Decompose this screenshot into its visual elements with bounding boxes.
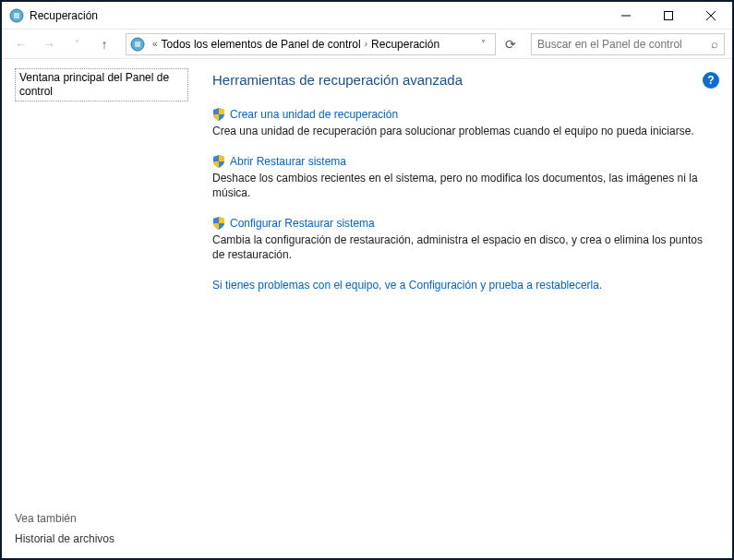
close-button[interactable] (690, 2, 732, 29)
toolbar: ← → ˅ ↑ « Todos los elementos de Panel d… (2, 30, 732, 59)
task-link-label: Crear una unidad de recuperación (230, 108, 398, 121)
svg-rect-1 (14, 13, 19, 18)
task-link-label: Abrir Restaurar sistema (230, 155, 346, 168)
refresh-button[interactable]: ⟳ (499, 33, 522, 55)
back-button[interactable]: ← (9, 32, 33, 56)
main-panel: ? Herramientas de recuperación avanzada … (196, 59, 732, 558)
sidebar-main-link[interactable]: Ventana principal del Panel de control (15, 68, 188, 101)
shield-icon (212, 108, 225, 121)
window-controls (605, 2, 732, 29)
search-icon[interactable]: ⌕ (711, 37, 718, 51)
forward-button[interactable]: → (37, 32, 61, 56)
task-configure-system-restore: Configurar Restaurar sistema Cambia la c… (212, 217, 710, 262)
task-create-recovery-drive: Crear una unidad de recuperación Crea un… (212, 108, 710, 138)
minimize-button[interactable] (605, 2, 647, 29)
address-bar[interactable]: « Todos los elementos de Panel de contro… (126, 33, 496, 55)
task-link-create-recovery-drive[interactable]: Crear una unidad de recuperación (212, 108, 398, 121)
titlebar: Recuperación (2, 2, 732, 30)
maximize-button[interactable] (647, 2, 690, 29)
task-desc: Crea una unidad de recuperación para sol… (212, 124, 710, 138)
help-button[interactable]: ? (703, 72, 719, 89)
svg-rect-3 (665, 11, 673, 19)
content-area: Ventana principal del Panel de control V… (2, 59, 732, 558)
chevron-left-icon[interactable]: « (149, 39, 162, 49)
up-button[interactable]: ↑ (92, 32, 116, 56)
see-also-label: Vea también (15, 512, 188, 525)
window-title: Recuperación (30, 9, 605, 22)
see-also-file-history[interactable]: Historial de archivos (15, 532, 188, 545)
control-panel-icon (130, 37, 145, 52)
shield-icon (212, 217, 225, 230)
breadcrumb-root[interactable]: Todos los elementos de Panel de control (162, 38, 361, 51)
address-dropdown-icon[interactable]: ˅ (475, 39, 491, 49)
chevron-right-icon[interactable]: › (361, 39, 371, 49)
task-desc: Deshace los cambios recientes en el sist… (212, 171, 710, 200)
search-box[interactable]: ⌕ (531, 33, 725, 55)
task-open-system-restore: Abrir Restaurar sistema Deshace los camb… (212, 155, 710, 200)
svg-rect-7 (135, 42, 140, 47)
page-heading: Herramientas de recuperación avanzada (212, 72, 710, 88)
breadcrumb-current[interactable]: Recuperación (371, 38, 439, 51)
task-link-open-system-restore[interactable]: Abrir Restaurar sistema (212, 155, 346, 168)
task-desc: Cambia la configuración de restauración,… (212, 232, 710, 262)
recent-locations-dropdown[interactable]: ˅ (65, 32, 89, 56)
control-panel-icon (9, 8, 24, 23)
task-link-configure-system-restore[interactable]: Configurar Restaurar sistema (212, 217, 375, 230)
footer-settings-link[interactable]: Si tienes problemas con el equipo, ve a … (212, 279, 710, 292)
shield-icon (212, 155, 225, 168)
sidebar: Ventana principal del Panel de control V… (2, 59, 196, 558)
task-link-label: Configurar Restaurar sistema (230, 217, 375, 230)
search-input[interactable] (537, 38, 711, 51)
